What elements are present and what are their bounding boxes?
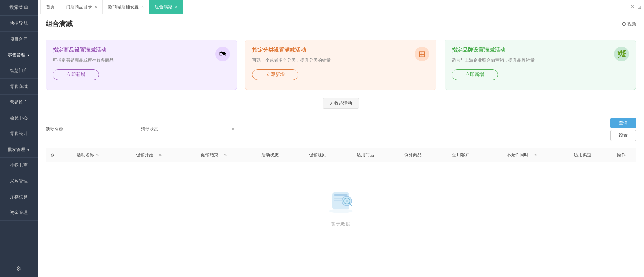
collapse-activity-btn[interactable]: ∧ 收起活动 (323, 98, 359, 109)
filter-row: 活动名称 活动状态 ▼ 查询 设置 (38, 114, 644, 145)
th-promo-start[interactable]: 促销开始... ⇅ (117, 148, 181, 162)
th-exception-goods-label: 例外商品 (404, 152, 422, 157)
th-activity-status: 活动状态 (246, 148, 294, 162)
filter-activity-status-select[interactable]: ▼ (161, 126, 235, 133)
sidebar-item-quick-nav[interactable]: 快捷导航 (0, 16, 38, 32)
sort-icon-promo-start: ⇅ (159, 153, 162, 157)
th-promo-end[interactable]: 促销结束... ⇅ (181, 148, 246, 162)
sidebar-item-project-contract[interactable]: 项目合同 (0, 32, 38, 47)
promo-card-brand-desc: 适合与上游企业联合做营销，提升品牌销量 (452, 57, 593, 64)
th-activity-name-label: 活动名称 (77, 152, 94, 157)
tab-combo-discount[interactable]: 组合满减 × (149, 0, 183, 14)
th-applicable-channels-label: 适用渠道 (574, 152, 591, 157)
th-applicable-customers: 适用客户 (437, 148, 485, 162)
svg-point-8 (346, 200, 348, 202)
th-applicable-goods: 适用商品 (341, 148, 389, 162)
sidebar-item-member-center[interactable]: 会员中心 (0, 110, 38, 126)
empty-state-illustration (324, 182, 358, 216)
sidebar-item-retail-mall[interactable]: 零售商城 (0, 79, 38, 95)
sidebar-item-xiaochang-ecom[interactable]: 小畅电商 (0, 158, 38, 173)
tab-home-label: 首页 (46, 4, 55, 10)
maximize-window-icon[interactable]: ⊡ (637, 4, 641, 10)
sort-icon-activity-name: ⇅ (96, 153, 99, 157)
sidebar-item-retail-mgmt[interactable]: 零售管理 (0, 47, 38, 63)
th-operations-label: 操作 (617, 152, 626, 157)
tab-store-catalog-close[interactable]: × (95, 5, 97, 9)
collapse-btn-label: 收起活动 (334, 100, 352, 106)
sidebar-item-smart-store[interactable]: 智慧门店 (0, 63, 38, 79)
th-exception-goods: 例外商品 (389, 148, 437, 162)
tab-store-catalog[interactable]: 门店商品目录 × (60, 0, 103, 14)
page-header: 组合满减 ⊙ 视频 (38, 14, 644, 33)
close-window-icon[interactable]: ✕ (630, 4, 635, 10)
promo-card-goods: 指定商品设置满减活动 可指定滞销商品或库存较多商品 🛍 立即新增 (46, 40, 237, 90)
promo-card-category-icon: ⊞ (415, 47, 429, 61)
th-promo-rules-label: 促销规则 (309, 152, 326, 157)
sidebar-search[interactable]: 搜索菜单 (0, 0, 38, 16)
sort-icon-no-concurrent: ⇅ (534, 153, 537, 157)
tab-combo-discount-close[interactable]: × (175, 5, 177, 9)
filter-activity-status-group: 活动状态 ▼ (141, 126, 235, 133)
tab-bar: 首页 门店商品目录 × 微商城店铺设置 × 组合满减 × ✕ ⊡ (38, 0, 644, 14)
page-title: 组合满减 (46, 19, 73, 29)
filter-activity-name-group: 活动名称 (46, 125, 133, 133)
chevron-up-icon: ∧ (330, 101, 333, 106)
sidebar-settings[interactable]: ⚙ (0, 260, 38, 277)
th-promo-end-label: 促销结束... (201, 152, 222, 157)
promo-card-category-add-btn[interactable]: 立即新增 (252, 69, 298, 80)
promo-card-brand-title: 指定品牌设置满减活动 (452, 47, 629, 54)
sidebar-item-fund-mgmt[interactable]: 资金管理 (0, 205, 38, 221)
promo-card-goods-icon: 🛍 (215, 47, 230, 61)
th-no-concurrent[interactable]: 不允许同时... ⇅ (485, 148, 559, 162)
th-applicable-channels: 适用渠道 (559, 148, 606, 162)
promo-card-goods-add-btn[interactable]: 立即新增 (53, 69, 99, 80)
sidebar-item-purchase-mgmt[interactable]: 采购管理 (0, 173, 38, 189)
table-wrap: ⚙ 活动名称 ⇅ 促销开始... ⇅ 促销结束... ⇅ (38, 148, 644, 247)
th-settings-gear[interactable]: ⚙ (46, 148, 59, 162)
svg-rect-2 (334, 194, 348, 196)
th-no-concurrent-label: 不允许同时... (507, 152, 532, 157)
collapse-bar: ∧ 收起活动 (38, 97, 644, 114)
sidebar-item-marketing[interactable]: 营销推广 (0, 95, 38, 110)
filter-activity-name-label: 活动名称 (46, 126, 63, 132)
promo-card-category-desc: 可选一个或者多个分类，提升分类的销量 (252, 57, 394, 64)
th-activity-name[interactable]: 活动名称 ⇅ (59, 148, 117, 162)
chevron-down-icon: ▼ (231, 127, 235, 132)
sidebar: 搜索菜单 快捷导航 项目合同 零售管理 智慧门店 零售商城 营销推广 会员中心 … (0, 0, 38, 277)
sidebar-item-inventory-check[interactable]: 库存核算 (0, 189, 38, 205)
sidebar-item-wholesale-mgmt[interactable]: 批发管理 (0, 142, 38, 158)
main-area: 首页 门店商品目录 × 微商城店铺设置 × 组合满减 × ✕ ⊡ 组合满减 ⊙ … (38, 0, 644, 277)
th-applicable-goods-label: 适用商品 (357, 152, 374, 157)
sidebar-item-retail-stats[interactable]: 零售统计 (0, 126, 38, 142)
filter-buttons: 查询 设置 (610, 118, 636, 141)
th-applicable-customers-label: 适用客户 (452, 152, 470, 157)
activity-table: ⚙ 活动名称 ⇅ 促销开始... ⇅ 促销结束... ⇅ (46, 148, 636, 162)
filter-activity-name-input[interactable] (66, 125, 133, 133)
promo-cards-area: 指定商品设置满减活动 可指定滞销商品或库存较多商品 🛍 立即新增 指定分类设置满… (38, 33, 644, 97)
svg-point-0 (329, 209, 353, 213)
tab-right-icons: ✕ ⊡ (630, 4, 641, 10)
video-button[interactable]: ⊙ 视频 (622, 21, 636, 27)
settings-button[interactable]: 设置 (610, 130, 636, 141)
promo-card-brand-icon: 🌿 (614, 47, 629, 61)
empty-state: 暂无数据 (46, 162, 636, 247)
tab-mini-store[interactable]: 微商城店铺设置 × (103, 0, 149, 14)
th-activity-status-label: 活动状态 (261, 152, 279, 157)
page-content: 组合满减 ⊙ 视频 指定商品设置满减活动 可指定滞销商品或库存较多商品 🛍 立即… (38, 14, 644, 277)
promo-card-goods-title: 指定商品设置满减活动 (53, 47, 230, 54)
filter-activity-status-label: 活动状态 (141, 126, 158, 132)
tab-store-catalog-label: 门店商品目录 (66, 4, 92, 10)
tab-mini-store-close[interactable]: × (141, 5, 144, 9)
promo-card-category: 指定分类设置满减活动 可选一个或者多个分类，提升分类的销量 ⊞ 立即新增 (245, 40, 436, 90)
video-label: 视频 (627, 21, 636, 27)
tab-home[interactable]: 首页 (40, 0, 60, 14)
th-promo-rules: 促销规则 (294, 148, 341, 162)
sort-icon-promo-end: ⇅ (224, 153, 227, 157)
empty-state-text: 暂无数据 (331, 221, 350, 227)
promo-card-brand-add-btn[interactable]: 立即新增 (452, 69, 498, 80)
promo-card-category-title: 指定分类设置满减活动 (252, 47, 429, 54)
promo-card-goods-desc: 可指定滞销商品或库存较多商品 (53, 57, 194, 64)
query-button[interactable]: 查询 (610, 118, 636, 128)
tab-mini-store-label: 微商城店铺设置 (108, 4, 139, 10)
gear-icon: ⚙ (16, 265, 21, 272)
